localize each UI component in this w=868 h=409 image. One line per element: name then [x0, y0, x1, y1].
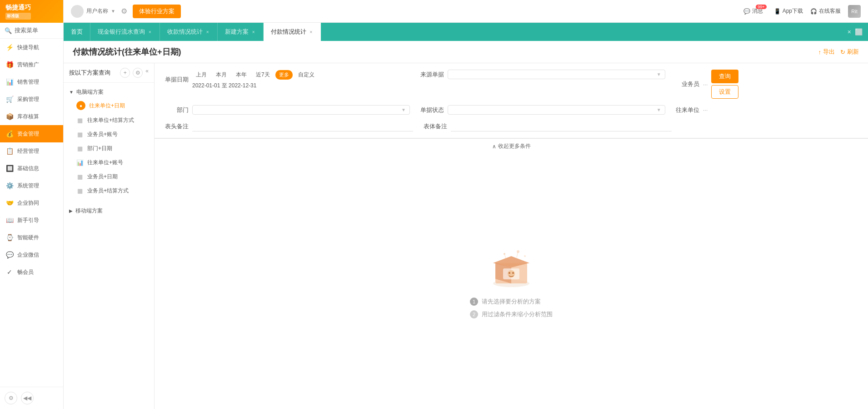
marketing-icon: 🎁: [5, 61, 14, 69]
mobile-group-label: 移动端方案: [75, 207, 103, 215]
date-custom-btn[interactable]: 自定义: [294, 70, 318, 80]
sidebar-item-label: 企业微信: [17, 251, 39, 259]
scheme-group-mobile-header[interactable]: ▶ 移动端方案: [64, 205, 154, 217]
tab-bank-flow-close[interactable]: ×: [148, 29, 152, 35]
tab-payment-stats-label: 付款情况统计: [271, 28, 306, 36]
sidebar-item-basic[interactable]: 🔲 基础信息: [0, 160, 63, 177]
sidebar-item-guide[interactable]: 📖 新手引导: [0, 212, 63, 229]
system-icon: ⚙️: [5, 182, 14, 190]
scheme-item-label: 部门+日期: [87, 145, 112, 152]
maximize-window-icon[interactable]: ⬜: [855, 28, 863, 35]
scheme-item-staff-date[interactable]: ▦ 业务员+日期: [64, 170, 154, 184]
tab-bank-flow[interactable]: 现金银行流水查询 ×: [90, 23, 160, 41]
sidebar-item-label: 系统管理: [17, 182, 39, 190]
mobile-group-arrow: ▶: [69, 208, 73, 213]
svg-point-5: [512, 272, 514, 274]
scheme-item-partner-settle[interactable]: ▦ 往来单位+结算方式: [64, 113, 154, 127]
scheme-item-dept-date[interactable]: ▦ 部门+日期: [64, 141, 154, 156]
user-avatar[interactable]: Rit: [848, 5, 861, 18]
sidebar-item-label: 资金管理: [17, 130, 39, 138]
tab-payment-stats-close[interactable]: ×: [309, 29, 314, 35]
tab-new-scheme[interactable]: 新建方案 ×: [218, 23, 264, 41]
message-action[interactable]: 💬 消息 99+: [743, 7, 763, 15]
export-label: 导出: [823, 48, 835, 56]
collapse-sidebar-btn[interactable]: ◀◀: [21, 392, 34, 404]
scheme-item-partner-account[interactable]: 📊 往来单位+账号: [64, 156, 154, 170]
source-select[interactable]: ▼: [448, 70, 665, 79]
tab-new-scheme-close[interactable]: ×: [251, 29, 256, 35]
sidebar-item-member[interactable]: ✓ 畅会员: [0, 263, 63, 281]
tab-payment-stats[interactable]: 付款情况统计 ×: [264, 23, 321, 41]
scheme-group-desktop-header[interactable]: ▼ 电脑端方案: [64, 86, 154, 98]
date-more-btn[interactable]: 更多: [275, 70, 293, 80]
app-download-action[interactable]: 📱 App下载: [774, 7, 803, 15]
empty-tip-2: 2 用过滤条件来缩小分析范围: [470, 310, 553, 318]
sidebar-item-purchase[interactable]: 🛒 采购管理: [0, 91, 63, 108]
date-this-month-btn[interactable]: 本月: [212, 70, 230, 80]
trial-scheme-button[interactable]: 体验行业方案: [133, 5, 181, 18]
settings-footer-btn[interactable]: ⚙: [5, 392, 17, 404]
tab-collection-stats[interactable]: 收款情况统计 ×: [160, 23, 218, 41]
guide-icon: 📖: [5, 216, 14, 224]
close-window-icon[interactable]: ×: [848, 28, 851, 35]
sidebar-item-label: 库存核算: [17, 113, 39, 121]
scheme-item-partner-date[interactable]: ● 往来单位+日期: [64, 98, 154, 113]
sidebar-item-label: 企业协同: [17, 199, 39, 207]
quick-nav-icon: ⚡: [5, 43, 14, 51]
tab-home[interactable]: 首页: [64, 23, 90, 41]
profile-avatar: [71, 5, 84, 18]
tab-new-scheme-label: 新建方案: [225, 28, 249, 36]
query-button[interactable]: 查询: [711, 70, 738, 83]
sidebar-item-operation[interactable]: 📋 经营管理: [0, 142, 63, 160]
enterprise-icon: 🤝: [5, 199, 14, 207]
sidebar-item-quick-nav[interactable]: ⚡ 快捷导航: [0, 39, 63, 56]
sidebar-nav: ⚡ 快捷导航 🎁 营销推广 📊 销售管理 🛒 采购管理 📦 库存核算 💰 资金管…: [0, 39, 63, 387]
collapse-chevron-icon: ∧: [492, 143, 496, 150]
doc-status-select[interactable]: ▼: [448, 105, 665, 115]
empty-svg: [484, 245, 539, 290]
sidebar-item-sales[interactable]: 📊 销售管理: [0, 73, 63, 91]
filter-area: 单据日期 上月 本月 本年 近7天 更多 自定义 20: [155, 63, 868, 409]
dept-select[interactable]: ▼: [192, 105, 410, 115]
scheme-item-staff-settle[interactable]: ▦ 业务员+结算方式: [64, 184, 154, 198]
filter-settings-button[interactable]: 设置: [711, 85, 738, 99]
search-icon: 🔍: [5, 27, 12, 34]
operation-icon: 📋: [5, 147, 14, 155]
empty-tips: 1 请先选择要分析的方案 2 用过滤条件来缩小分析范围: [470, 298, 553, 318]
scheme-settings-button[interactable]: ⚙: [133, 68, 143, 78]
header-note-input[interactable]: [192, 121, 413, 131]
date-last-7days-btn[interactable]: 近7天: [252, 70, 274, 80]
sidebar-item-system[interactable]: ⚙️ 系统管理: [0, 177, 63, 194]
sidebar-item-hardware[interactable]: ⌚ 智能硬件: [0, 229, 63, 246]
sidebar-item-marketing[interactable]: 🎁 营销推广: [0, 56, 63, 73]
page-header: 付款情况统计(往来单位+日期) ↑ 导出 ↻ 刷新: [64, 41, 868, 63]
collapse-more-conditions-button[interactable]: ∧ 收起更多条件: [155, 138, 868, 154]
scheme-item-staff-account[interactable]: ▦ 业务员+账号: [64, 127, 154, 141]
sidebar-item-inventory[interactable]: 📦 库存核算: [0, 108, 63, 125]
scheme-item-active-icon: ●: [76, 101, 85, 110]
sidebar-item-enterprise[interactable]: 🤝 企业协同: [0, 194, 63, 212]
scheme-panel-header: 按以下方案查询 + ⚙ «: [64, 63, 154, 83]
finance-icon: 💰: [5, 130, 14, 138]
sidebar-item-label: 营销推广: [17, 61, 39, 69]
logo-sub: 标准版: [5, 13, 31, 20]
doc-status-label: 单据状态: [419, 106, 444, 114]
scheme-item-label: 往来单位+账号: [87, 159, 123, 167]
date-range-display: 2022-01-01 至 2022-12-31: [192, 82, 318, 90]
svg-line-9: [504, 254, 506, 258]
add-scheme-button[interactable]: +: [120, 68, 130, 78]
search-menu[interactable]: 🔍 搜索菜单: [0, 23, 63, 39]
body-note-input[interactable]: [451, 121, 672, 131]
sidebar-item-wechat[interactable]: 💬 企业微信: [0, 246, 63, 263]
scheme-collapse-button[interactable]: «: [145, 68, 149, 78]
date-this-year-btn[interactable]: 本年: [232, 70, 250, 80]
refresh-button[interactable]: ↻ 刷新: [840, 48, 859, 56]
source-select-arrow: ▼: [657, 72, 661, 77]
tab-collection-stats-close[interactable]: ×: [205, 29, 210, 35]
sidebar-item-finance[interactable]: 💰 资金管理: [0, 125, 63, 142]
topbar-gear-icon[interactable]: ⚙: [121, 7, 127, 15]
export-button[interactable]: ↑ 导出: [818, 48, 835, 56]
empty-tip-1: 1 请先选择要分析的方案: [470, 298, 553, 306]
customer-service-action[interactable]: 🎧 在线客服: [810, 7, 841, 15]
date-last-month-btn[interactable]: 上月: [192, 70, 210, 80]
